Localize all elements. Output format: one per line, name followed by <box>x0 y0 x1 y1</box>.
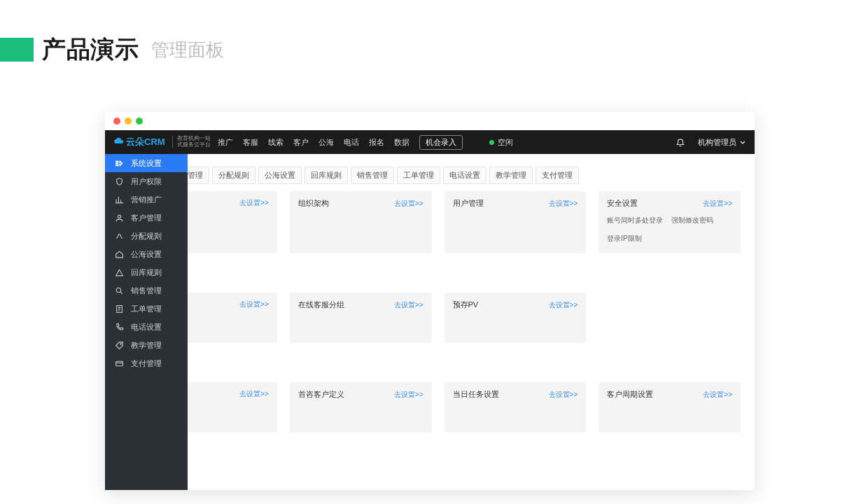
sidebar-item-search[interactable]: 销售管理 <box>105 281 188 300</box>
card-action-link[interactable]: 去设置>> <box>703 199 732 209</box>
sidebar-item-triangle[interactable]: 回库规则 <box>105 263 188 281</box>
sidebar-item-home[interactable]: 公海设置 <box>105 245 188 263</box>
sidebar-item-label: 系统设置 <box>131 158 162 169</box>
card: 客户周期设置去设置>> <box>598 382 741 433</box>
card-action-link[interactable]: 去设置>> <box>549 390 578 400</box>
record-button[interactable]: 机会录入 <box>419 135 463 150</box>
svg-rect-3 <box>120 161 120 162</box>
tabs-row: 推广客户管理分配规则公海设置回库规则销售管理工单管理电话设置教学管理支付管理 <box>188 160 741 191</box>
sidebar-item-label: 分配规则 <box>131 231 162 241</box>
phone-icon <box>115 323 124 332</box>
window-maximize-icon[interactable] <box>136 118 143 125</box>
sidebar-item-flow[interactable]: 分配规则 <box>105 227 188 245</box>
slide-title-accent <box>0 38 34 62</box>
user-menu-label: 机构管理员 <box>698 137 736 148</box>
card-tag: 账号同时多处登录 <box>607 216 663 225</box>
card: 首咨客户定义去设置>> <box>290 382 432 433</box>
sidebar-item-label: 销售管理 <box>131 286 162 296</box>
sidebar-item-label: 支付管理 <box>131 358 162 369</box>
tab-5[interactable]: 销售管理 <box>351 167 394 184</box>
card-action-link[interactable]: 去设置>> <box>703 390 732 400</box>
tab-8[interactable]: 教学管理 <box>489 167 533 184</box>
card: 预存PV去设置>> <box>444 293 587 343</box>
cloud-icon <box>113 137 125 148</box>
sidebar-item-phone[interactable]: 电话设置 <box>105 318 188 336</box>
sidebar-item-chart[interactable]: 营销推广 <box>105 190 188 209</box>
sidebar-item-label: 公海设置 <box>131 249 162 260</box>
tag-icon <box>115 341 124 350</box>
logo-sub-line2: 式服务云平台 <box>177 142 211 148</box>
status-text: 空闲 <box>498 137 513 148</box>
user-menu[interactable]: 机构管理员 <box>698 137 746 148</box>
topnav-item-3[interactable]: 客户 <box>293 137 309 148</box>
cards-container: 去设置>>组织架构去设置>>用户管理去设置>>安全设置去设置>>账号同时多处登录… <box>188 191 741 433</box>
card-action-link[interactable]: 去设置>> <box>394 300 424 310</box>
tab-6[interactable]: 工单管理 <box>397 167 440 184</box>
card-action-link[interactable]: 去设置>> <box>394 390 424 400</box>
bell-icon[interactable] <box>676 137 685 147</box>
topnav-item-7[interactable]: 数据 <box>394 137 410 148</box>
window-titlebar <box>105 112 755 130</box>
window-close-icon[interactable] <box>113 118 120 125</box>
content: 推广客户管理分配规则公海设置回库规则销售管理工单管理电话设置教学管理支付管理 去… <box>188 154 755 490</box>
sidebar-item-doc[interactable]: 工单管理 <box>105 300 188 318</box>
tab-3[interactable]: 公海设置 <box>258 167 302 184</box>
triangle-icon <box>115 268 124 277</box>
sidebar-item-card[interactable]: 支付管理 <box>105 354 188 372</box>
app-window: 云朵CRM 教育机构一站 式服务云平台 推广客服线索客户公海电话报名数据机会录入… <box>105 112 755 490</box>
card-title: 客户周期设置 <box>607 389 653 400</box>
card-action-link[interactable]: 去设置>> <box>239 198 269 208</box>
tab-9[interactable]: 支付管理 <box>536 167 579 184</box>
card-action-link[interactable]: 去设置>> <box>239 300 269 309</box>
card-tag: 强制修改密码 <box>671 216 713 225</box>
window-minimize-icon[interactable] <box>125 118 132 125</box>
card: 安全设置去设置>>账号同时多处登录强制修改密码登录IP限制 <box>598 191 741 253</box>
card: 当日任务设置去设置>> <box>444 382 587 433</box>
flow-icon <box>115 232 124 241</box>
topnav-item-1[interactable]: 客服 <box>243 137 258 148</box>
home-icon <box>115 250 124 259</box>
settings-icon <box>115 159 124 168</box>
card-title: 预存PV <box>453 300 479 310</box>
search-icon <box>115 286 124 295</box>
topnav-item-5[interactable]: 电话 <box>344 137 359 148</box>
card-action-link[interactable]: 去设置>> <box>394 199 424 209</box>
tab-7[interactable]: 电话设置 <box>443 167 486 184</box>
topnav-item-2[interactable]: 线索 <box>268 137 284 148</box>
topnav-item-4[interactable]: 公海 <box>318 137 334 148</box>
sidebar-item-person[interactable]: 客户管理 <box>105 209 188 227</box>
card-icon <box>115 359 124 368</box>
logo-text: 云朵CRM <box>126 136 165 148</box>
sidebar-item-tag[interactable]: 教学管理 <box>105 336 188 354</box>
card: 在线客服分组去设置>> <box>290 293 432 343</box>
tab-4[interactable]: 回库规则 <box>304 167 348 184</box>
sidebar-item-label: 教学管理 <box>131 340 162 351</box>
svg-point-6 <box>118 215 120 218</box>
card-title: 安全设置 <box>607 198 638 209</box>
status-dot-icon <box>489 140 494 145</box>
status-indicator: 空闲 <box>489 137 513 148</box>
card-tags: 账号同时多处登录强制修改密码登录IP限制 <box>607 216 732 244</box>
topnav-item-0[interactable]: 推广 <box>218 137 233 148</box>
card-title: 当日任务设置 <box>453 389 499 400</box>
card-tag: 登录IP限制 <box>607 234 641 244</box>
svg-rect-0 <box>116 161 118 162</box>
sidebar-item-shield[interactable]: 用户权限 <box>105 172 188 190</box>
person-icon <box>115 214 124 223</box>
sidebar-item-settings[interactable]: 系统设置 <box>105 154 188 172</box>
logo: 云朵CRM <box>113 136 165 148</box>
svg-rect-1 <box>116 162 118 163</box>
svg-rect-2 <box>116 164 118 165</box>
tab-1[interactable]: 客户管理 <box>188 167 209 184</box>
topbar: 云朵CRM 教育机构一站 式服务云平台 推广客服线索客户公海电话报名数据机会录入… <box>105 130 755 154</box>
tab-2[interactable]: 分配规则 <box>212 167 255 184</box>
svg-rect-5 <box>120 164 120 165</box>
topbar-right: 机构管理员 <box>676 137 746 148</box>
card-action-link[interactable]: 去设置>> <box>549 300 578 310</box>
slide-title-main: 产品演示 <box>42 34 139 66</box>
topnav-item-6[interactable]: 报名 <box>369 137 384 148</box>
slide-title: 产品演示 管理面板 <box>0 34 224 66</box>
card-action-link[interactable]: 去设置>> <box>549 199 578 209</box>
card: 组织架构去设置>> <box>290 191 432 253</box>
card-action-link[interactable]: 去设置>> <box>239 389 269 399</box>
